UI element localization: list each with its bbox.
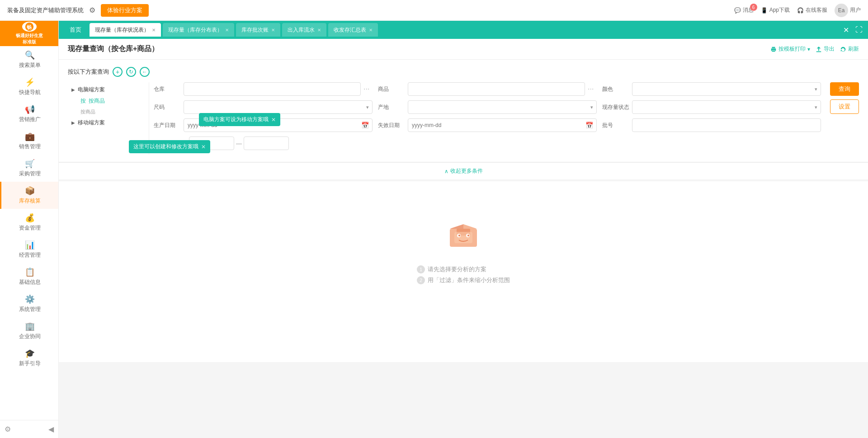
tab-inout-flow[interactable]: 出入库流水 ✕ — [282, 23, 326, 37]
scheme-pc-sub-item[interactable]: 按 按商品 — [68, 95, 144, 107]
empty-illustration — [441, 208, 486, 254]
tab-close-all-icon[interactable]: ✕ — [841, 24, 851, 36]
warehouse-input[interactable] — [184, 82, 361, 96]
collapse-bar[interactable]: ∧ 收起更多条件 — [59, 162, 868, 179]
message-icon: 💬 — [734, 7, 741, 14]
tip-num-1: 1 — [417, 265, 425, 273]
color-select[interactable] — [632, 82, 821, 96]
sidebar-item-purchase[interactable]: 🛒 采购管理 — [0, 155, 58, 182]
tab-inventory-status[interactable]: 现存量（库存状况表） ✕ — [90, 23, 161, 37]
filter-arrow-button[interactable]: ← — [140, 67, 150, 77]
tooltip-pc-plan: 电脑方案可设为移动方案哦 ✕ — [199, 113, 280, 126]
size-select[interactable] — [184, 100, 373, 114]
filter-scheme-panel: 这里可以创建和修改方案哦 ✕ ▶ 电脑端方案 按 — [68, 82, 149, 155]
messages-button[interactable]: 💬 消息 6 — [734, 6, 754, 14]
expire-date-calendar-icon[interactable]: 📅 — [585, 122, 593, 129]
produce-date-calendar-icon[interactable]: 📅 — [361, 122, 369, 129]
product-label: 商品 — [378, 85, 405, 93]
collapse-up-icon: ∧ — [444, 168, 448, 174]
online-service-button[interactable]: 🎧 在线客服 — [797, 6, 827, 14]
page-header: 现存量查询（按仓库+商品） 按模板打印 ▾ 导出 — [59, 39, 868, 60]
user-menu-button[interactable]: Ea 用户 — [835, 4, 861, 17]
scheme-pc-node[interactable]: ▶ 电脑端方案 — [68, 84, 144, 95]
tab-dispatch-summary[interactable]: 收发存汇总表 ✕ — [328, 23, 378, 37]
sidebar-item-inventory[interactable]: 📦 库存核算 — [0, 182, 58, 209]
tab-close-inventory-status[interactable]: ✕ — [152, 28, 156, 33]
origin-label: 产地 — [378, 104, 405, 111]
tab-fullscreen-icon[interactable]: ⛶ — [854, 24, 864, 36]
sidebar-item-basic[interactable]: 📋 基础信息 — [0, 263, 58, 290]
tooltip-scheme-close[interactable]: ✕ — [201, 144, 206, 150]
tooltip-pc-close[interactable]: ✕ — [271, 117, 276, 123]
tab-batch-ledger[interactable]: 库存批次账 ✕ — [236, 23, 280, 37]
app-logo: 畅 畅通好好生意 标准版 — [0, 21, 58, 46]
sidebar-item-marketing[interactable]: 📢 营销推广 — [0, 100, 58, 127]
industry-plan-button[interactable]: 体验行业方案 — [101, 4, 149, 17]
empty-state: 1 请先选择要分析的方案 2 用「过滤」条件来缩小分析范围 — [59, 181, 868, 314]
sidebar-item-operations[interactable]: 📊 经营管理 — [0, 236, 58, 263]
size-label: 尺码 — [154, 104, 181, 111]
search-button[interactable]: 查询 — [830, 82, 859, 96]
avatar: Ea — [835, 4, 848, 17]
reset-button[interactable]: 设置 — [830, 99, 859, 114]
sidebar-item-guide[interactable]: 🎓 新手引导 — [0, 344, 58, 372]
marketing-icon: 📢 — [25, 104, 35, 114]
product-input[interactable] — [408, 82, 585, 96]
sidebar-item-system[interactable]: ⚙️ 系统管理 — [0, 290, 58, 317]
inventory-icon: 📦 — [25, 186, 35, 196]
color-label: 颜色 — [602, 85, 629, 93]
empty-tips: 1 请先选择要分析的方案 2 用「过滤」条件来缩小分析范围 — [417, 263, 510, 287]
print-icon — [770, 46, 777, 52]
sidebar-item-finance[interactable]: 💰 资金管理 — [0, 209, 58, 236]
stock-status-select[interactable] — [632, 100, 821, 114]
svg-text:畅: 畅 — [26, 24, 31, 30]
scheme-tree: ▶ 电脑端方案 按 按商品 按商品 — [68, 82, 144, 130]
settings-icon[interactable]: ⚙ — [89, 6, 95, 14]
search-menu-icon: 🔍 — [25, 50, 35, 60]
tab-close-batch-ledger[interactable]: ✕ — [271, 28, 275, 33]
basic-icon: 📋 — [25, 267, 35, 277]
refresh-button[interactable]: 刷新 — [840, 45, 859, 53]
sidebar-menu: 🔍 搜索菜单 ⚡ 快捷导航 📢 营销推广 💼 销售管理 🛒 采购管理 — [0, 46, 58, 420]
filter-add-button[interactable]: + — [113, 67, 123, 77]
headset-icon: 🎧 — [797, 7, 804, 14]
svg-point-10 — [467, 235, 469, 236]
tab-home[interactable]: 首页 — [62, 21, 89, 39]
stock-max-input[interactable] — [244, 137, 289, 150]
tab-close-inventory-dist[interactable]: ✕ — [225, 28, 229, 33]
app-download-button[interactable]: 📱 App下载 — [761, 6, 790, 14]
batch-no-input[interactable] — [632, 118, 821, 132]
filter-refresh-button[interactable]: ↻ — [126, 67, 136, 77]
collapse-sidebar-icon[interactable]: ◀ — [48, 425, 54, 433]
export-button[interactable]: 导出 — [816, 45, 835, 53]
filter-title: 按以下方案查询 — [68, 68, 109, 76]
operations-icon: 📊 — [25, 240, 35, 250]
warehouse-dots[interactable]: ··· — [363, 85, 373, 93]
sidebar-item-enterprise[interactable]: 🏢 企业协同 — [0, 317, 58, 344]
tab-bar: 首页 现存量（库存状况表） ✕ 现存量（库存分布表） ✕ 库存批次账 ✕ 出入库… — [59, 21, 868, 39]
sidebar-item-sales[interactable]: 💼 销售管理 — [0, 127, 58, 155]
page-title: 现存量查询（按仓库+商品） — [68, 44, 159, 54]
tab-close-inout-flow[interactable]: ✕ — [317, 28, 321, 33]
origin-select[interactable] — [408, 100, 597, 114]
enterprise-icon: 🏢 — [25, 321, 35, 331]
batch-no-label: 批号 — [602, 122, 629, 129]
scheme-pc-hint: 按商品 — [68, 107, 144, 117]
product-dots[interactable]: ··· — [588, 85, 597, 93]
tab-close-dispatch-summary[interactable]: ✕ — [369, 28, 373, 33]
filter-section: 按以下方案查询 + ↻ ← 电脑方案可设为移动方案哦 ✕ — [59, 60, 868, 162]
sidebar-item-quick-nav[interactable]: ⚡ 快捷导航 — [0, 73, 58, 100]
sidebar-item-search-menu[interactable]: 🔍 搜索菜单 — [0, 46, 58, 73]
system-icon: ⚙️ — [25, 294, 35, 304]
system-name: 装备及固定资产辅助管理系统 — [7, 6, 84, 14]
expire-date-input[interactable] — [408, 118, 597, 132]
tooltip-scheme-create: 这里可以创建和修改方案哦 ✕ — [129, 140, 210, 153]
scheme-mobile-node[interactable]: ▶ 移动端方案 — [68, 117, 144, 128]
print-button[interactable]: 按模板打印 ▾ — [770, 45, 810, 53]
quick-nav-icon: ⚡ — [25, 77, 35, 87]
svg-marker-3 — [450, 224, 463, 229]
tab-inventory-dist[interactable]: 现存量（库存分布表） ✕ — [163, 23, 234, 37]
phone-icon: 📱 — [761, 7, 768, 14]
export-icon — [816, 46, 822, 52]
settings-bottom-icon[interactable]: ⚙ — [5, 425, 11, 433]
